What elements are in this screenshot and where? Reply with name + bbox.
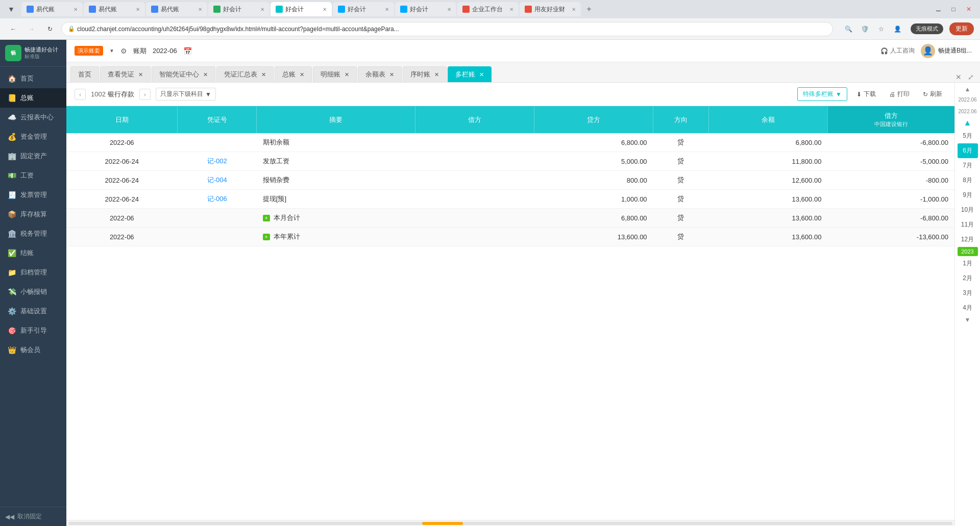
tab-close-9[interactable]: ✕ (572, 7, 576, 12)
profile-icon-btn[interactable]: 👤 (890, 22, 904, 36)
account-name[interactable]: 银行存款 (108, 90, 134, 99)
search-icon-btn[interactable]: 🔍 (841, 22, 855, 36)
sidebar-item-fixed-assets[interactable]: 🏢 固定资产 (0, 146, 66, 166)
cell-voucher-2[interactable]: 记-002 (178, 152, 257, 171)
sidebar-item-home[interactable]: 🏠 首页 (0, 69, 66, 88)
user-info[interactable]: 👤 畅捷通B组... (921, 44, 972, 58)
special-account-button[interactable]: 特殊多栏账 ▼ (797, 87, 847, 101)
browser-tab-9[interactable]: 用友好业财 ✕ (520, 2, 581, 16)
month-up-arrow[interactable]: ▲ (963, 117, 973, 129)
demo-dropdown-arrow[interactable]: ▼ (109, 48, 114, 54)
tab-close-1[interactable]: ✕ (74, 7, 78, 12)
demo-badge[interactable]: 演示账套 (75, 46, 103, 56)
star-icon-btn[interactable]: ☆ (874, 22, 888, 36)
cell-voucher-4[interactable]: 记-006 (178, 190, 257, 209)
sidebar-item-member[interactable]: 👑 畅会员 (0, 340, 66, 360)
cell-voucher-3[interactable]: 记-004 (178, 171, 257, 190)
update-button[interactable]: 更新 (949, 22, 974, 35)
settings-topbar-icon[interactable]: ⚙ (120, 47, 127, 55)
tab-close-6[interactable]: ✕ (385, 7, 389, 12)
page-tab-voucher-close[interactable]: ✕ (138, 71, 143, 78)
sidebar-item-payroll[interactable]: 💵 工资 (0, 166, 66, 185)
page-tab-journal[interactable]: 序时账 ✕ (403, 66, 447, 82)
maximize-button[interactable]: □ (946, 2, 961, 16)
page-tab-voucher[interactable]: 查看凭证 ✕ (100, 66, 151, 82)
close-button[interactable]: ✕ (962, 2, 976, 16)
tab-close-4[interactable]: ✕ (260, 7, 264, 12)
tab-close-3[interactable]: ✕ (198, 7, 202, 12)
scroll-thumb-h[interactable] (422, 522, 463, 525)
tab-close-7[interactable]: ✕ (447, 7, 451, 12)
unpin-button[interactable]: ◀◀ 取消固定 (5, 512, 61, 521)
sidebar-item-fund[interactable]: 💰 资金管理 (0, 127, 66, 146)
month-item-feb[interactable]: 2月 (958, 271, 978, 286)
month-scroll-up[interactable]: ▲ (964, 85, 972, 94)
page-tab-smart-voucher-close[interactable]: ✕ (203, 71, 208, 78)
browser-tab-2[interactable]: 易代账 ✕ (84, 2, 145, 16)
page-tab-general-ledger-close[interactable]: ✕ (300, 71, 304, 78)
incognito-button[interactable]: 无痕模式 (911, 23, 943, 34)
page-tab-summary[interactable]: 凭证汇总表 ✕ (216, 66, 274, 82)
close-panel-icon[interactable]: ✕ (953, 72, 964, 82)
calendar-icon[interactable]: 📅 (183, 47, 192, 55)
url-input[interactable]: 🔒 cloud2.chanjet.com/accounting/uh26t264… (61, 22, 833, 36)
page-tab-detail[interactable]: 明细账 ✕ (313, 66, 357, 82)
download-button[interactable]: ⬇ 下载 (852, 88, 880, 101)
page-tab-multi-column[interactable]: 多栏账 ✕ (448, 66, 492, 82)
browser-tab-4[interactable]: 好会计 ✕ (208, 2, 270, 16)
month-item-july[interactable]: 7月 (958, 158, 978, 173)
minimize-button[interactable]: ⚊ (931, 2, 945, 16)
month-item-2022-06-2[interactable]: 2022.06 (958, 106, 978, 117)
sidebar-item-invoice[interactable]: 🧾 发票管理 (0, 185, 66, 205)
month-item-mar[interactable]: 3月 (958, 286, 978, 300)
browser-tab-8[interactable]: 企业工作台 ✕ (457, 2, 519, 16)
reload-button[interactable]: ↻ (43, 22, 57, 36)
consult-button[interactable]: 🎧 人工咨询 (880, 46, 915, 55)
month-item-august[interactable]: 8月 (958, 173, 978, 188)
back-button[interactable]: ← (6, 22, 20, 36)
page-tab-balance[interactable]: 余额表 ✕ (358, 66, 402, 82)
page-tab-home[interactable]: 首页 (70, 66, 99, 82)
month-item-december[interactable]: 12月 (958, 232, 978, 247)
browser-tab-3[interactable]: 易代账 ✕ (146, 2, 207, 16)
horizontal-scrollbar[interactable] (66, 520, 954, 526)
month-item-may[interactable]: 5月 (958, 129, 978, 143)
browser-tab-5[interactable]: 好会计 ✕ (271, 2, 332, 16)
sidebar-item-cloud-report[interactable]: ☁️ 云报表中心 (0, 108, 66, 127)
expand-panel-icon[interactable]: ⤢ (966, 72, 976, 82)
new-tab-button[interactable]: + (582, 2, 596, 16)
tab-close-8[interactable]: ✕ (509, 7, 513, 12)
browser-tab-6[interactable]: 好会计 ✕ (333, 2, 394, 16)
page-tab-journal-close[interactable]: ✕ (434, 71, 439, 78)
month-item-jan[interactable]: 1月 (958, 256, 978, 271)
sidebar-item-guide[interactable]: 🎯 新手引导 (0, 321, 66, 340)
sidebar-item-close-accounts[interactable]: ✅ 结账 (0, 243, 66, 263)
browser-tab-1[interactable]: 易代账 ✕ (21, 2, 83, 16)
prev-account-button[interactable]: ‹ (75, 89, 86, 100)
sidebar-item-ledger[interactable]: 📒 总账 (0, 88, 66, 108)
month-item-october[interactable]: 10月 (958, 203, 978, 217)
month-item-november[interactable]: 11月 (958, 217, 978, 232)
page-tab-general-ledger[interactable]: 总账 ✕ (275, 66, 312, 82)
sidebar-item-inventory[interactable]: 📦 库存核算 (0, 205, 66, 224)
page-tab-balance-close[interactable]: ✕ (389, 71, 394, 78)
browser-tab-7[interactable]: 好会计 ✕ (395, 2, 456, 16)
month-item-2022-06-top[interactable]: 2022.06 (958, 94, 978, 106)
next-account-button[interactable]: › (139, 89, 151, 100)
page-tab-smart-voucher[interactable]: 智能凭证中心 ✕ (152, 66, 215, 82)
tab-close-2[interactable]: ✕ (136, 7, 140, 12)
page-tab-summary-close[interactable]: ✕ (261, 71, 266, 78)
month-item-september[interactable]: 9月 (958, 188, 978, 203)
sidebar-item-settings[interactable]: ⚙️ 基础设置 (0, 302, 66, 321)
month-item-apr[interactable]: 4月 (958, 300, 978, 315)
month-scroll-down[interactable]: ▼ (964, 315, 972, 324)
browser-nav-left[interactable]: ▼ (4, 2, 18, 16)
filter-button[interactable]: 只显示下级科目 ▼ (156, 88, 216, 101)
tab-close-5[interactable]: ✕ (323, 7, 327, 12)
page-tab-detail-close[interactable]: ✕ (345, 71, 349, 78)
sidebar-item-tax[interactable]: 🏛️ 税务管理 (0, 224, 66, 243)
shield-icon-btn[interactable]: 🛡️ (857, 22, 872, 36)
print-button[interactable]: 🖨 打印 (885, 88, 914, 101)
month-item-june[interactable]: 6月 (958, 143, 978, 158)
refresh-button[interactable]: ↻ 刷新 (919, 88, 946, 101)
